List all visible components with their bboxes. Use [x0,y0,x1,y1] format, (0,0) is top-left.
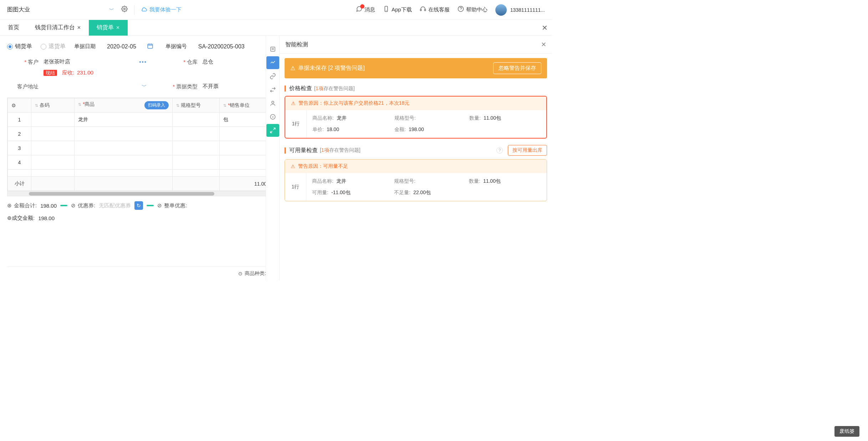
messages-link[interactable]: 消息 [356,6,375,14]
doc-no-label: 单据编号 [165,43,187,50]
table-row[interactable]: 2 [8,127,266,141]
warehouse-label: *仓库 [166,59,198,66]
settled-badge: 现结 [44,70,57,76]
cell-barcode[interactable] [31,113,75,127]
cell-product[interactable] [75,127,173,141]
cell-unit[interactable] [220,127,266,141]
radio-return[interactable]: 退货单 [41,43,66,50]
price-check-section: 价格检查 [1项存在警告问题] ⚠ 警告原因：你上次与该客户交易价格21，本次1… [285,83,547,139]
avail-warning-box: ⚠ 警告原因：可用量不足 1行 商品名称:龙井 规格型号: 数量:11.00包 … [285,159,547,201]
cell-barcode[interactable] [31,127,75,141]
headset-icon [420,6,426,14]
app-download-text: App下载 [392,6,412,13]
help-center-link[interactable]: 帮助中心 [458,6,487,14]
gear-icon[interactable] [121,6,128,14]
online-service-link[interactable]: 在线客服 [420,6,450,14]
tab-workbench[interactable]: 钱货日清工作台 ✕ [27,20,89,36]
warning-banner: ⚠ 单据未保存 [2 项警告问题] 忽略警告并保存 [285,58,547,78]
tool-person-icon[interactable] [266,97,279,110]
try-experience-link[interactable]: 我要体验一下 [141,6,182,14]
currency-icon: ⊛ [7,202,12,209]
radio-sales[interactable]: 销货单 [7,43,32,50]
table-row[interactable]: 4 [8,155,266,170]
th-settings[interactable]: ⚙ [8,98,31,113]
ship-by-available-button[interactable]: 按可用量出库 [508,145,547,156]
more-icon[interactable]: ••• [139,59,147,65]
avail-check-section: 可用量检查 [1项存在警告问题] ? 按可用量出库 ⚠ 警告原因：可用量不足 1… [285,144,547,201]
tab-sales-order[interactable]: 销货单 ✕ [89,20,128,36]
app-download-link[interactable]: App下载 [383,6,412,14]
sort-icon: ⇅ [176,103,179,108]
sync-icon[interactable]: ↻ [134,201,143,210]
cell-model[interactable] [173,155,220,170]
cell-unit[interactable] [220,155,266,170]
sort-icon: ⇅ [35,103,38,108]
doc-date-value[interactable]: 2020-02-05 [107,43,136,50]
cell-model[interactable] [173,113,220,127]
cell-product[interactable]: 龙井 [75,113,173,127]
table-row[interactable]: 3 [8,141,266,155]
cell-unit[interactable]: 包 [220,113,266,127]
invoice-type-input[interactable]: 不开票 [203,81,252,92]
scan-entry-button[interactable]: 扫码录入 [144,101,169,109]
ignore-save-button[interactable]: 忽略警告并保存 [493,62,541,74]
left-pane: 销货单 退货单 单据日期 2020-02-05 单据编号 SA-20200205… [0,36,266,280]
customer-input[interactable]: 老张茶叶店 ••• [44,57,147,67]
minus-icon [60,205,67,206]
cell-barcode[interactable] [31,141,75,155]
cell-product[interactable] [75,141,173,155]
tool-chart-icon[interactable] [266,56,279,69]
cell-product[interactable] [75,155,173,170]
price-warning-body: 1行 商品名称:龙井 规格型号: 数量:11.00包 单价:18.00 金额:1… [285,110,546,138]
gear-icon: ⚙ [11,103,16,108]
tool-currency-icon[interactable]: ¥ [266,110,279,123]
close-icon[interactable]: ✕ [77,25,81,30]
messages-text: 消息 [364,6,375,13]
coupon-value[interactable]: 无匹配优惠券 [99,202,131,209]
coupon-label: ⊘优惠券: [71,202,95,209]
warehouse-input[interactable]: 总仓 [203,57,252,67]
table-row[interactable] [8,170,266,177]
subtotal-value: 11.00 [220,177,266,191]
company-select[interactable]: 图图大业 ﹀ [7,6,114,14]
th-barcode[interactable]: ⇅条码 [31,98,75,113]
tab-home[interactable]: 首页 [0,20,27,36]
warehouse-value: 总仓 [203,58,213,65]
cell-barcode[interactable] [31,155,75,170]
heading-bar [285,147,286,154]
radio-return-label: 退货单 [48,43,66,50]
price-check-sub: [1项存在警告问题] [314,85,355,92]
tool-link-icon[interactable] [266,70,279,83]
horizontal-scrollbar[interactable] [7,191,266,196]
th-model[interactable]: ⇅规格型号 [173,98,220,113]
th-product[interactable]: ⇅*商品 扫码录入 [75,98,173,113]
cell-model[interactable] [173,141,220,155]
close-icon[interactable]: ✕ [116,25,120,30]
calendar-icon[interactable] [147,43,153,50]
chevron-down-icon[interactable]: ﹀ [142,83,147,90]
final-row: ⊚成交金额: 198.00 [7,212,266,224]
row-address: 客户地址 ﹀ *票据类型 不开票 [7,78,266,95]
cell-idx: 3 [8,141,31,155]
close-icon[interactable]: ✕ [541,41,546,48]
company-name: 图图大业 [7,6,30,14]
help-icon[interactable]: ? [496,147,503,154]
th-unit[interactable]: ⇅*销售单位 [220,98,266,113]
user-menu[interactable]: 13381111111... [495,4,545,16]
cell-idx: 2 [8,127,31,141]
address-input[interactable]: ﹀ [44,81,147,92]
table-row[interactable]: 1 龙井 包 [8,113,266,127]
scrollbar-thumb[interactable] [29,192,214,196]
cell-unit[interactable] [220,141,266,155]
final-value: 198.00 [38,215,55,221]
invoice-type-label: *票据类型 [166,83,198,90]
tool-swap-icon[interactable] [266,83,279,96]
tabs-close-icon[interactable]: ✕ [542,24,548,32]
tool-list-icon[interactable] [266,43,279,56]
radio-icon [7,44,13,50]
tool-expand-icon[interactable] [266,124,279,137]
cell-model[interactable] [173,127,220,141]
sort-icon: ⇅ [78,102,81,107]
product-kind-label: 商品种类: [245,270,266,277]
totals-row: ⊛金额合计: 198.00 ⊘优惠券: 无匹配优惠券 ↻ ⊘整单优惠: [7,196,266,212]
